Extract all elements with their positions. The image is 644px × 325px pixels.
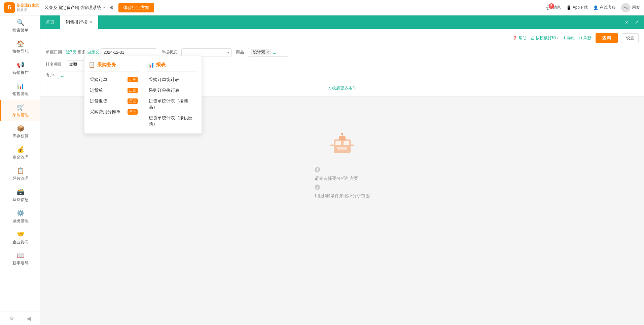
tab-actions: ✕ ⤢ bbox=[622, 17, 644, 27]
home-icon: 🏠 bbox=[17, 40, 24, 47]
sidebar-label-stock: 库存核算 bbox=[12, 133, 29, 139]
sidebar-item-basicinfo[interactable]: 🗃️ 基础信息 bbox=[0, 185, 40, 206]
tab-close-all-icon[interactable]: ✕ bbox=[622, 17, 631, 27]
app-name: 畅捷通好生意 bbox=[17, 3, 39, 7]
purchase-icon: 🛒 bbox=[17, 104, 24, 111]
sidebar-item-guide[interactable]: 📖 新手引导 bbox=[0, 248, 40, 270]
export-icon: ⬆ bbox=[563, 36, 566, 40]
sidebar-item-quicknav[interactable]: 🏠 快捷导航 bbox=[0, 37, 40, 58]
user-item[interactable]: Ea 用友 bbox=[621, 3, 640, 12]
purchase-dropdown-menu: 📋 采购业务 采购订单 历史 进货单 历史 进货退货 历史 bbox=[84, 56, 202, 134]
status-select[interactable] bbox=[181, 48, 232, 56]
filter-row-1: 单据日期 近7天 更多 自定义 单据状态 商品 bbox=[46, 48, 639, 57]
sidebar-item-system[interactable]: ⚙️ 系统管理 bbox=[0, 206, 40, 227]
date-shortcut-custom[interactable]: 自定义 bbox=[87, 49, 99, 55]
goods-tag-close[interactable]: ✕ bbox=[266, 50, 270, 55]
sidebar: 🔍 搜索菜单 🏠 快捷导航 📢 营销推广 📊 销售管理 🛒 采购管理 📦 库存核… bbox=[0, 15, 40, 325]
dropdown-item-incoming-goods-stats[interactable]: 进货单统计表（按商品） bbox=[147, 96, 198, 113]
help-icon: ❓ bbox=[512, 36, 517, 40]
dropdown-item-order-stats[interactable]: 采购订单统计表 bbox=[147, 74, 198, 85]
report-col: 📊 报表 采购订单统计表 采购订单执行表 进货单统计表（按商品） 进货单统计表（… bbox=[143, 60, 202, 129]
enterprise-icon: 🤝 bbox=[17, 231, 24, 238]
print-icon: 🖨 bbox=[531, 36, 535, 40]
marketing-icon: 📢 bbox=[17, 61, 24, 69]
sidebar-item-purchase[interactable]: 🛒 采购管理 bbox=[0, 100, 40, 121]
tab-sales-rank[interactable]: 销售排行榜 ✕ bbox=[60, 15, 98, 29]
sidebar-item-sales[interactable]: 📊 销售管理 bbox=[0, 79, 40, 100]
app-logo-icon: 6 bbox=[4, 2, 15, 13]
top-header: 6 畅捷通好生意 标准版 装备及固定资产辅助管理系统 ▾ ⚙ 体验行业方案 💬 … bbox=[0, 0, 644, 15]
sidebar-item-finance[interactable]: 💰 资金管理 bbox=[0, 143, 40, 164]
sidebar-item-enterprise[interactable]: 🤝 企业协同 bbox=[0, 227, 40, 248]
report-col-icon: 📊 bbox=[147, 62, 154, 68]
online-service-icon: 👤 bbox=[593, 5, 598, 10]
svg-rect-4 bbox=[339, 136, 346, 140]
system-icon: ⚙️ bbox=[17, 209, 24, 217]
dropdown-item-order-exec[interactable]: 采购订单执行表 bbox=[147, 85, 198, 96]
sidebar-label-marketing: 营销推广 bbox=[12, 70, 29, 76]
sidebar-label-system: 系统管理 bbox=[12, 218, 29, 224]
dropdown-item-return[interactable]: 进货退货 历史 bbox=[88, 96, 139, 107]
customer-more-link[interactable]: ... bbox=[61, 73, 64, 78]
tab-expand-icon[interactable]: ⤢ bbox=[632, 17, 641, 27]
user-avatar: Ea bbox=[621, 3, 631, 12]
stock-icon: 📦 bbox=[17, 125, 24, 132]
online-service-item[interactable]: 👤 在线客服 bbox=[593, 5, 616, 10]
sidebar-collapse-icon[interactable]: ◀ bbox=[27, 315, 31, 322]
date-end-input[interactable] bbox=[101, 48, 157, 56]
sidebar-label-finance: 资金管理 bbox=[12, 155, 29, 160]
refresh-link[interactable]: ↺ 刷新 bbox=[579, 35, 592, 41]
goods-input[interactable]: 设计素 ✕ ... bbox=[248, 48, 288, 57]
goods-more-link[interactable]: ... bbox=[273, 50, 276, 55]
date-shortcut-7days[interactable]: 近7天 bbox=[66, 49, 76, 55]
settings-button[interactable]: 设置 bbox=[622, 33, 639, 43]
sidebar-bottom: ⚙ ◀ bbox=[0, 312, 40, 325]
system-settings-icon[interactable]: ⚙ bbox=[110, 5, 114, 10]
svg-rect-3 bbox=[337, 147, 347, 150]
tab-bar: 首页 销售排行榜 ✕ ✕ ⤢ bbox=[40, 15, 644, 29]
message-item[interactable]: 💬 5 消息 bbox=[546, 5, 561, 10]
app-download-icon: 📱 bbox=[566, 5, 571, 10]
system-name: 装备及固定资产辅助管理系统 bbox=[44, 5, 101, 11]
rank-label: 排名项目 bbox=[46, 62, 62, 67]
industry-btn[interactable]: 体验行业方案 bbox=[118, 3, 154, 12]
print-dropdown-icon: ▾ bbox=[557, 36, 559, 40]
goods-label: 商品 bbox=[236, 49, 244, 55]
sidebar-item-search[interactable]: 🔍 搜索菜单 bbox=[0, 15, 40, 37]
query-button[interactable]: 查询 bbox=[596, 33, 618, 43]
guide-icon: 📖 bbox=[17, 252, 24, 259]
filter-toolbar: ❓ 帮助 🖨 按模板打印 ▾ ⬆ 导出 ↺ bbox=[46, 33, 639, 43]
tab-close-icon[interactable]: ✕ bbox=[90, 20, 93, 25]
purchase-col-title: 📋 采购业务 bbox=[88, 60, 139, 72]
dropdown-item-purchase-order[interactable]: 采购订单 历史 bbox=[88, 74, 139, 85]
collapse-button[interactable]: ∧ 收起更多条件 bbox=[328, 85, 356, 91]
history-badge-1: 历史 bbox=[128, 88, 138, 93]
sidebar-item-stock[interactable]: 📦 库存核算 bbox=[0, 121, 40, 143]
svg-rect-7 bbox=[330, 145, 334, 146]
date-shortcut-more[interactable]: 更多 bbox=[78, 49, 86, 55]
sidebar-item-marketing[interactable]: 📢 营销推广 bbox=[0, 58, 40, 79]
sales-icon: 📊 bbox=[17, 82, 24, 90]
collapse-icon: ∧ bbox=[328, 86, 331, 91]
online-service-label: 在线客服 bbox=[600, 5, 616, 10]
dropdown-item-incoming-supplier-stats[interactable]: 进货单统计表（按供应商） bbox=[147, 113, 198, 129]
customer-label: 客户 bbox=[46, 73, 54, 78]
app-download-item[interactable]: 📱 App下载 bbox=[566, 5, 588, 10]
content-area: 首页 销售排行榜 ✕ ✕ ⤢ ❓ bbox=[40, 15, 644, 325]
dropdown-item-incoming[interactable]: 进货单 历史 bbox=[88, 85, 139, 96]
sidebar-label-purchase: 采购管理 bbox=[12, 112, 29, 118]
goods-tag: 设计素 ✕ bbox=[251, 49, 272, 55]
sidebar-item-operations[interactable]: 📋 经营管理 bbox=[0, 164, 40, 185]
tab-home[interactable]: 首页 bbox=[40, 15, 60, 29]
refresh-icon: ↺ bbox=[579, 36, 582, 40]
help-link[interactable]: ❓ 帮助 bbox=[512, 35, 527, 41]
dropdown-item-cost[interactable]: 采购费用分摊单 历史 bbox=[88, 107, 139, 117]
print-link[interactable]: 🖨 按模板打印 ▾ bbox=[531, 35, 559, 41]
status-select-wrap bbox=[181, 48, 232, 56]
system-dropdown-icon[interactable]: ▾ bbox=[103, 6, 105, 9]
history-badge-2: 历史 bbox=[128, 98, 138, 104]
history-badge-3: 历史 bbox=[128, 109, 138, 115]
logo-area: 6 畅捷通好生意 标准版 bbox=[4, 2, 44, 13]
export-link[interactable]: ⬆ 导出 bbox=[563, 35, 575, 41]
sidebar-settings-icon[interactable]: ⚙ bbox=[9, 315, 14, 322]
